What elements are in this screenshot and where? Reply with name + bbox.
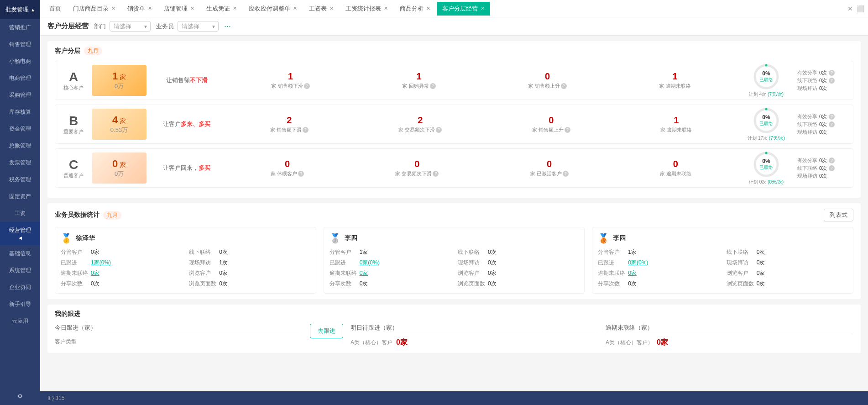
info-icon-a2[interactable]: ? [430,83,436,89]
info-icon-br2[interactable]: ? [829,121,835,127]
tab-bar: 首页 门店商品目录 ✕ 销货单 ✕ 店铺管理 ✕ 生成凭证 ✕ 应收应付调整单 … [40,0,868,17]
tier-c-right-3-label: 现场拜访 [797,173,817,179]
sidebar-item-jichuinfo[interactable]: 基础信息 [0,245,40,262]
sidebar-item-yingxiao[interactable]: 营销推广 [0,19,40,36]
tab-gongzitongji[interactable]: 工资统计报表 ✕ [340,2,393,16]
emp-stat-3-1-val: 1家 [628,248,637,256]
info-icon-b3[interactable]: ? [565,127,570,133]
sidebar-expand-icon[interactable]: ▲ [31,7,35,12]
sidebar-item-label: 总账管理 [2,142,38,150]
tab-close-xiaohuo[interactable]: ✕ [148,5,152,11]
tab-home[interactable]: 首页 [44,2,67,16]
stat-b-4-num: 1 [674,115,679,126]
info-icon-c1[interactable]: ? [298,171,304,177]
list-view-button[interactable]: 列表式 [824,209,853,221]
sidebar-item-dianshang[interactable]: 电商管理 [0,70,40,87]
sidebar-item-xiaochang[interactable]: 小畅电商 [0,53,40,70]
sidebar-item-gongzi[interactable]: 工资 [0,205,40,222]
info-icon-b1[interactable]: ? [303,127,309,133]
sidebar-item-gudingzichan[interactable]: 固定资产 [0,188,40,205]
tab-xiaohuo[interactable]: 销货单 ✕ [122,2,157,16]
info-icon-cr1[interactable]: ? [829,158,835,163]
dept-select[interactable]: 请选择 [110,21,151,32]
emp-stat-3-5-val[interactable]: 0家 [628,269,637,277]
stat-c-1-num: 0 [285,159,290,169]
tab-dianpu[interactable]: 店铺管理 ✕ [158,2,200,16]
tab-close-shengcheng[interactable]: ✕ [233,5,237,11]
tier-a-circle-status: 已联络 [759,77,773,83]
tab-close-shangpin[interactable]: ✕ [426,5,430,11]
info-icon-ar2[interactable]: ? [829,78,835,84]
sidebar-item-zijin[interactable]: 资金管理 [0,121,40,137]
sidebar-item-yunyingyong[interactable]: 云应用 [0,313,40,330]
info-icon-br1[interactable]: ? [829,114,835,120]
tab-close-dianpu[interactable]: ✕ [190,5,194,11]
customer-section-title: 客户分层 [55,47,80,55]
info-icon-c2[interactable]: ? [433,171,439,177]
info-icon-a1[interactable]: ? [304,83,310,89]
expand-icon[interactable]: ⬜ [857,5,864,12]
employee-card-3: 🥉 李四 分管客户 1家 线下联络 0次 已跟进 [592,227,853,294]
tab-gongzibiao[interactable]: 工资表 ✕ [303,2,339,16]
sidebar-item-zongzhang[interactable]: 总账管理 [0,137,40,154]
sidebar-item-shuiwu[interactable]: 税务管理 [0,171,40,188]
tab-close-yingshoufu[interactable]: ✕ [293,5,297,11]
emp-stat-3-2-label: 线下联络 [727,248,754,256]
tier-c-count-unit: 家 [120,161,126,168]
tab-shengcheng[interactable]: 生成凭证 ✕ [201,2,242,16]
tab-close-gongzibiao[interactable]: ✕ [329,5,334,11]
tier-c-amount: 0万 [115,170,124,178]
goto-followup-button[interactable]: 去跟进 [310,324,343,338]
info-icon-cr2[interactable]: ? [829,165,835,171]
sidebar-item-jingying[interactable]: 经营管理 ◀ [0,222,40,245]
gear-icon[interactable]: ⚙ [0,387,40,405]
info-icon-c3[interactable]: ? [563,171,569,177]
emp-stat-1-3-val[interactable]: 1家(0%) [91,259,111,267]
tier-c-right-2-label: 线下联络 [797,165,817,172]
customer-tier-section: 客户分层 九月 A 核心客户 1 家 0万 让销售额不下滑 [47,41,861,198]
emp-stat-1-5-val[interactable]: 0家 [91,269,99,277]
emp-stat-1-6: 浏览客户 0家 [189,269,310,277]
emp-stat-1-3: 已跟进 1家(0%) [61,259,182,267]
page-footer: It } 315 [40,391,868,405]
tab-close-mendian[interactable]: ✕ [111,5,115,11]
tab-shangpin[interactable]: 商品分析 ✕ [394,2,436,16]
sidebar-item-label: 营销推广 [2,24,38,32]
emp-stat-3-3-val[interactable]: 0家(0%) [628,259,648,267]
sidebar-item-xiaoshou[interactable]: 销售管理 [0,36,40,53]
sidebar-item-kucun[interactable]: 库存核算 [0,104,40,121]
tier-stat-b-1: 2 家 销售额下滑 ? [270,115,309,133]
info-icon-ar1[interactable]: ? [829,70,835,76]
emp-stat-2-3-val[interactable]: 0家(0%) [360,259,380,267]
tier-c-circle-link[interactable]: (0天/次) [768,179,784,184]
sidebar-item-caigou[interactable]: 采购管理 [0,87,40,104]
sales-select-wrapper: 请选择 ▼ [178,21,219,32]
close-all-icon[interactable]: ✕ [847,5,853,12]
sales-select[interactable]: 请选择 [178,21,219,32]
tab-yingshoufu[interactable]: 应收应付调整单 ✕ [243,2,303,16]
sidebar-logo[interactable]: 批发管理 ▲ [0,0,40,19]
tier-b-count-num: 4 [112,114,118,126]
sidebar-item-fapiao[interactable]: 发票管理 [0,154,40,171]
tab-close-kehufenceng[interactable]: ✕ [481,5,485,11]
sidebar-item-qiyexietong[interactable]: 企业协同 [0,279,40,296]
followup-today-col: 今日跟进（家） 客户类型 [55,324,303,346]
tab-close-gongzitongji[interactable]: ✕ [384,5,388,11]
tab-kehufenceng[interactable]: 客户分层经营 ✕ [437,2,490,16]
tier-b-right-2: 线下联络 0次 ? [797,121,849,128]
info-icon-b2[interactable]: ? [436,127,442,133]
sidebar-item-xinshouyindao[interactable]: 新手引导 [0,296,40,313]
tier-stat-a-4: 1 家 逾期未联络 [659,71,690,89]
tier-a-circle-link[interactable]: (7天/次) [768,92,784,97]
sidebar-item-xitong[interactable]: 系统管理 [0,262,40,279]
dept-filter: 部门 请选择 ▼ [94,21,151,32]
emp-stat-3-7: 分享次数 0次 [598,280,719,288]
tab-mendian[interactable]: 门店商品目录 ✕ [68,2,121,16]
info-icon-a3[interactable]: ? [561,83,567,89]
tier-a-right-3-label: 现场拜访 [797,85,817,92]
tier-b-circle-link[interactable]: (7天/次) [769,136,785,141]
followup-today-sub-label: 客户类型 [55,338,77,345]
more-filters-button[interactable]: ··· [224,21,231,31]
emp-stat-2-5-val[interactable]: 0家 [360,269,368,277]
tier-c-right-1: 有效分享 0次 ? [797,157,849,164]
